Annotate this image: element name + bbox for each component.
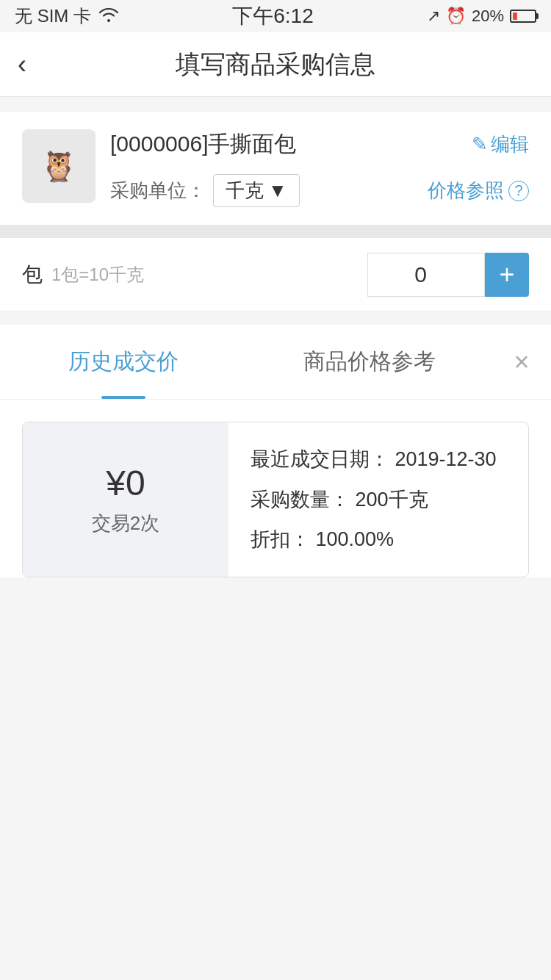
edit-button[interactable]: ✎ 编辑	[472, 131, 529, 157]
price-ref-button[interactable]: 价格参照 ?	[428, 178, 529, 203]
product-row: 🦉 [0000006]手撕面包 ✎ 编辑 采购单位： 千克 ▼	[22, 129, 529, 207]
unit-select[interactable]: 千克 ▼	[213, 174, 300, 207]
product-unit-row: 采购单位： 千克 ▼ 价格参照 ?	[110, 174, 529, 207]
discount-row: 折扣： 100.00%	[251, 525, 506, 555]
edit-icon: ✎	[472, 133, 488, 156]
wifi-icon	[98, 6, 119, 26]
help-icon: ?	[508, 181, 529, 201]
nav-bar: ‹ 填写商品采购信息	[0, 32, 551, 97]
price-card: ¥0 交易2次 最近成交日期： 2019-12-30 采购数量： 200千克 折…	[22, 422, 529, 577]
product-name: [0000006]手撕面包	[110, 129, 296, 159]
unit-name: 包	[22, 261, 43, 289]
price-ref-label: 价格参照	[428, 178, 504, 203]
price-card-right: 最近成交日期： 2019-12-30 采购数量： 200千克 折扣： 100.0…	[228, 422, 528, 577]
discount-label: 折扣：	[251, 528, 310, 550]
unit-label: 采购单位： 千克 ▼	[110, 174, 300, 207]
page-title: 填写商品采购信息	[176, 48, 375, 82]
product-name-row: [0000006]手撕面包 ✎ 编辑	[110, 129, 529, 159]
carrier-text: 无 SIM 卡	[15, 4, 91, 28]
tab-product-price-ref[interactable]: 商品价格参考	[246, 325, 492, 399]
recent-date-value: 2019-12-30	[395, 448, 497, 470]
close-button[interactable]: ×	[492, 347, 551, 378]
quantity-controls: +	[367, 253, 529, 297]
quantity-value: 200千克	[356, 489, 428, 511]
quantity-label: 包 1包=10千克	[22, 261, 144, 289]
back-button[interactable]: ‹	[18, 49, 26, 80]
quantity-section: 包 1包=10千克 +	[0, 238, 551, 311]
recent-date-row: 最近成交日期： 2019-12-30	[251, 444, 506, 475]
price-card-left: ¥0 交易2次	[23, 422, 228, 577]
status-time: 下午6:12	[232, 2, 314, 30]
product-icon: 🦉	[22, 129, 96, 203]
status-right: ↗ ⏰ 20%	[427, 7, 536, 26]
quantity-label-text: 采购数量：	[251, 489, 350, 511]
unit-conversion: 1包=10千克	[51, 263, 144, 287]
alarm-icon: ⏰	[446, 7, 466, 26]
recent-date-label: 最近成交日期：	[251, 448, 389, 470]
battery-percent: 20%	[472, 7, 504, 26]
location-icon: ↗	[427, 7, 440, 26]
quantity-row: 采购数量： 200千克	[251, 485, 506, 515]
price-transactions: 交易2次	[92, 511, 159, 536]
tabs-section: 历史成交价 商品价格参考 × ¥0 交易2次 最近成交日期： 2019-12-3…	[0, 325, 551, 577]
tabs-header: 历史成交价 商品价格参考 ×	[0, 325, 551, 400]
discount-value: 100.00%	[316, 528, 395, 550]
unit-drop-icon: ▼	[268, 179, 287, 202]
section-divider	[0, 225, 551, 238]
edit-label: 编辑	[491, 131, 529, 157]
tab-underline	[101, 396, 145, 399]
product-details: [0000006]手撕面包 ✎ 编辑 采购单位： 千克 ▼ 价格参照 ?	[110, 129, 529, 207]
tab-history-price[interactable]: 历史成交价	[0, 325, 246, 399]
quantity-input[interactable]	[367, 253, 485, 297]
status-bar: 无 SIM 卡 下午6:12 ↗ ⏰ 20%	[0, 0, 551, 32]
quantity-plus-button[interactable]: +	[485, 253, 529, 297]
product-section: 🦉 [0000006]手撕面包 ✎ 编辑 采购单位： 千克 ▼	[0, 112, 551, 225]
unit-value: 千克	[226, 178, 264, 203]
price-amount: ¥0	[106, 463, 145, 503]
status-left: 无 SIM 卡	[15, 4, 119, 28]
battery-icon	[510, 10, 536, 23]
